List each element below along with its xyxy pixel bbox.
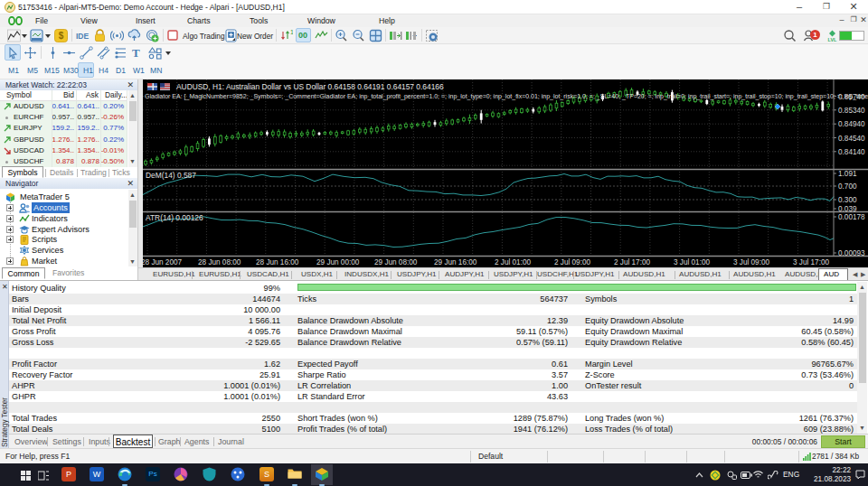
svg-text:3 Jul 09:00: 3 Jul 09:00 <box>733 258 770 266</box>
svg-text:0.300: 0.300 <box>838 196 857 204</box>
svg-text:2 Jul 09:00: 2 Jul 09:00 <box>554 258 591 266</box>
svg-text:$: $ <box>59 31 64 41</box>
svg-text:2 Jul 17:00: 2 Jul 17:00 <box>614 258 651 266</box>
svg-text:0.85340: 0.85340 <box>838 107 865 115</box>
svg-text:LVL: LVL <box>828 37 838 42</box>
svg-text:1.091: 1.091 <box>838 170 857 178</box>
svg-text:0.84540: 0.84540 <box>838 135 865 143</box>
svg-text:2 Jul 01:00: 2 Jul 01:00 <box>495 258 532 266</box>
svg-text:DeM(14) 0.587: DeM(14) 0.587 <box>146 171 196 180</box>
svg-text:0.84940: 0.84940 <box>838 120 865 128</box>
svg-text:0.00178: 0.00178 <box>838 213 865 221</box>
svg-text:0.84140: 0.84140 <box>838 148 865 156</box>
svg-text:3 Jul 17:00: 3 Jul 17:00 <box>793 258 830 266</box>
svg-text:0.700: 0.700 <box>838 182 857 191</box>
svg-text:Gladiator EA: [_MagicNumber=98: Gladiator EA: [_MagicNumber=9852; _Symbo… <box>145 93 868 100</box>
svg-text:ATR(14) 0.00126: ATR(14) 0.00126 <box>146 213 203 222</box>
svg-text:28 Jun 2007: 28 Jun 2007 <box>143 258 183 266</box>
svg-text:1: 1 <box>290 29 293 35</box>
svg-text:29 Jun 00:00: 29 Jun 00:00 <box>316 258 360 266</box>
svg-text:3 Jul 01:00: 3 Jul 01:00 <box>674 258 711 266</box>
svg-text:28 Jun 16:00: 28 Jun 16:00 <box>256 258 299 266</box>
svg-text:0.039: 0.039 <box>838 205 857 213</box>
svg-text:29 Jun 16:00: 29 Jun 16:00 <box>434 258 477 266</box>
svg-text:0.00093: 0.00093 <box>838 249 865 257</box>
svg-text:AUDUSD, H1: Australian Dollar: AUDUSD, H1: Australian Dollar vs US Doll… <box>176 82 444 91</box>
svg-text:29 Jun 08:00: 29 Jun 08:00 <box>374 258 418 266</box>
svg-text:28 Jun 08:00: 28 Jun 08:00 <box>198 258 241 266</box>
